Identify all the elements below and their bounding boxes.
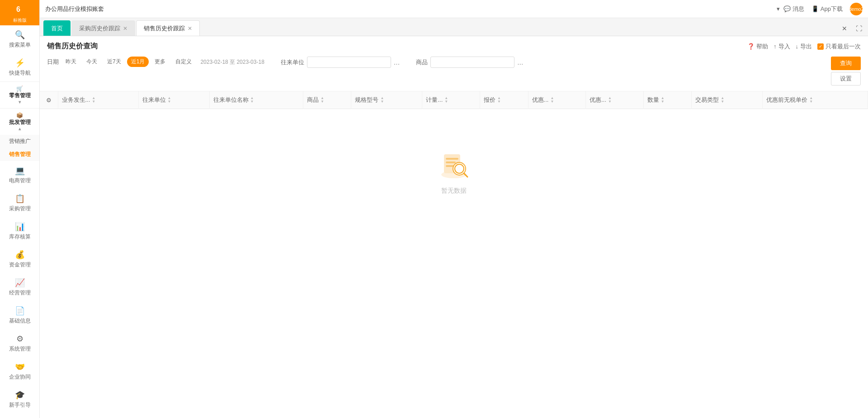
product-filter-group: 商品 ... bbox=[416, 57, 523, 68]
only-last-checkbox[interactable]: ✓ 只看最后一次 bbox=[817, 43, 861, 51]
table-col-trade-type[interactable]: 交易类型 ▲▼ bbox=[692, 91, 763, 109]
message-button[interactable]: 💬 消息 bbox=[783, 5, 804, 13]
tab-close-purchase[interactable]: ✕ bbox=[123, 26, 127, 31]
product-dots[interactable]: ... bbox=[517, 58, 523, 66]
date-label: 日期 bbox=[47, 58, 59, 66]
sidebar-item-label: 零售管理 bbox=[9, 92, 31, 100]
user-avatar[interactable]: demo2 bbox=[850, 3, 863, 15]
sidebar-item-label: 新手引导 bbox=[9, 401, 31, 409]
sort-icons: ▲▼ bbox=[321, 96, 324, 104]
sidebar: 6 标推版 🔍 搜索菜单 ⚡ 快捷导航 🛒 零售管理 ▾ 📦 批发管理 ▴ 营销… bbox=[0, 0, 40, 418]
new-guide-icon: 🎓 bbox=[15, 390, 25, 400]
sidebar-item-operation-mgmt[interactable]: 📈 经营管理 bbox=[0, 273, 40, 301]
help-button[interactable]: ❓ 帮助 bbox=[747, 43, 768, 51]
date-filter-group: 日期 昨天 今天 近7天 近1月 更多 自定义 2023-02-18 至 202… bbox=[47, 57, 264, 67]
product-input[interactable] bbox=[430, 57, 514, 68]
sort-icons: ▲▼ bbox=[168, 96, 171, 104]
table-col-partner-name[interactable]: 往来单位名称 ▲▼ bbox=[209, 91, 303, 109]
sidebar-item-sales-mgmt[interactable]: 销售管理 bbox=[0, 148, 40, 161]
sidebar-item-label: 批发管理 bbox=[9, 119, 31, 126]
sidebar-item-marketing[interactable]: 营销推广 bbox=[0, 135, 40, 148]
query-button[interactable]: 查询 bbox=[831, 57, 861, 70]
date-btn-more[interactable]: 更多 bbox=[151, 57, 170, 67]
sidebar-item-label: 系统管理 bbox=[9, 345, 31, 353]
svg-rect-4 bbox=[446, 158, 458, 160]
import-icon: ↑ bbox=[774, 43, 777, 50]
tab-maximize-button[interactable]: ⛶ bbox=[854, 23, 864, 34]
table-col-product[interactable]: 商品 ▲▼ bbox=[303, 91, 351, 109]
date-btn-yesterday[interactable]: 昨天 bbox=[61, 57, 80, 67]
tab-label: 首页 bbox=[51, 24, 63, 33]
import-button[interactable]: ↑ 导入 bbox=[774, 43, 790, 51]
sidebar-item-app-center[interactable]: 📱 应用中心 bbox=[0, 413, 40, 418]
sidebar-item-new-guide[interactable]: 🎓 新手引导 bbox=[0, 385, 40, 413]
table-col-pre-tax-price[interactable]: 优惠前无税单价 ▲▼ bbox=[763, 91, 868, 109]
sidebar-item-retail-mgmt[interactable]: 🛒 零售管理 ▾ bbox=[0, 81, 40, 108]
tab-purchase-history[interactable]: 采购历史价跟踪 ✕ bbox=[71, 20, 135, 36]
sidebar-item-finance-mgmt[interactable]: 💰 资金管理 bbox=[0, 245, 40, 273]
sort-icons: ▲▼ bbox=[250, 96, 254, 104]
inventory-icon: 📊 bbox=[15, 222, 25, 232]
retail-icon: 🛒 bbox=[16, 86, 23, 92]
sidebar-item-ecom-mgmt[interactable]: 💻 电商管理 bbox=[0, 161, 40, 189]
table-col-discount2[interactable]: 优惠... ▲▼ bbox=[586, 91, 644, 109]
tab-close-sales[interactable]: ✕ bbox=[188, 26, 192, 31]
table-col-partner-code[interactable]: 往来单位 ▲▼ bbox=[138, 91, 209, 109]
export-icon: ↓ bbox=[796, 43, 799, 50]
table-col-quantity[interactable]: 数量 ▲▼ bbox=[643, 91, 692, 109]
product-label: 商品 bbox=[416, 58, 428, 66]
sidebar-item-inventory[interactable]: 📊 库存核算 bbox=[0, 217, 40, 245]
sort-icons: ▲▼ bbox=[661, 96, 665, 104]
message-icon: 💬 bbox=[783, 5, 791, 12]
sidebar-item-purchase-mgmt[interactable]: 📋 采购管理 bbox=[0, 189, 40, 217]
svg-rect-5 bbox=[446, 162, 456, 163]
filter-bar: 日期 昨天 今天 近7天 近1月 更多 自定义 2023-02-18 至 202… bbox=[40, 51, 868, 91]
settings-button[interactable]: 设置 bbox=[831, 72, 861, 86]
date-buttons: 昨天 今天 近7天 近1月 更多 自定义 bbox=[61, 57, 196, 67]
sidebar-item-sys-mgmt[interactable]: ⚙ 系统管理 bbox=[0, 329, 40, 357]
table-col-discount1[interactable]: 优惠... ▲▼ bbox=[528, 91, 586, 109]
partner-filter-group: 往来单位 ... bbox=[281, 57, 400, 68]
topbar: 办公用品行业模拟账套 ▾ 💬 消息 📱 App下载 demo2 bbox=[40, 0, 868, 18]
tab-controls: ✕ ⛶ bbox=[839, 23, 864, 36]
sidebar-item-quick-nav[interactable]: ⚡ 快捷导航 bbox=[0, 53, 40, 81]
table-col-spec[interactable]: 规格型号 ▲▼ bbox=[351, 91, 422, 109]
app-download-button[interactable]: 📱 App下载 bbox=[811, 5, 843, 13]
tab-close-all-button[interactable]: ✕ bbox=[839, 23, 850, 34]
table-col-biz-date[interactable]: 业务发生... ▲▼ bbox=[58, 91, 138, 109]
date-btn-custom[interactable]: 自定义 bbox=[171, 57, 196, 67]
topbar-dropdown-icon[interactable]: ▾ bbox=[777, 5, 780, 12]
partner-input[interactable] bbox=[307, 57, 391, 68]
table-container: ⚙ 业务发生... ▲▼ 往来单位 ▲▼ bbox=[40, 91, 868, 418]
app-logo[interactable]: 6 标推版 bbox=[0, 0, 40, 25]
date-range-display: 2023-02-18 至 2023-03-18 bbox=[200, 58, 264, 66]
page-header: 销售历史价查询 ❓ 帮助 ↑ 导入 ↓ 导出 ✓ 只看最后一次 bbox=[40, 36, 868, 51]
date-btn-today[interactable]: 今天 bbox=[82, 57, 101, 67]
date-btn-last7[interactable]: 近7天 bbox=[103, 57, 125, 67]
sidebar-item-label: 营销推广 bbox=[9, 138, 31, 145]
empty-icon bbox=[436, 145, 472, 181]
sort-icons: ▲▼ bbox=[550, 96, 554, 104]
sidebar-item-enterprise-coop[interactable]: 🤝 企业协同 bbox=[0, 357, 40, 385]
basic-info-icon: 📄 bbox=[15, 306, 25, 316]
tab-home[interactable]: 首页 bbox=[43, 20, 71, 36]
sort-icons: ▲▼ bbox=[444, 96, 448, 104]
partner-label: 往来单位 bbox=[281, 58, 304, 66]
table-col-unit[interactable]: 计量... ▲▼ bbox=[422, 91, 480, 109]
sidebar-item-label: 库存核算 bbox=[9, 233, 31, 241]
tab-label: 销售历史价跟踪 bbox=[144, 24, 185, 33]
logo-text: 标推版 bbox=[13, 17, 27, 24]
download-icon: 📱 bbox=[811, 5, 819, 12]
sidebar-item-search-menu[interactable]: 🔍 搜索菜单 bbox=[0, 25, 40, 53]
tab-sales-history[interactable]: 销售历史价跟踪 ✕ bbox=[136, 20, 200, 36]
partner-dots[interactable]: ... bbox=[394, 58, 400, 66]
table-col-quoted-price[interactable]: 报价 ▲▼ bbox=[480, 91, 528, 109]
table-col-settings[interactable]: ⚙ bbox=[40, 91, 58, 109]
finance-icon: 💰 bbox=[15, 250, 25, 260]
export-button[interactable]: ↓ 导出 bbox=[796, 43, 812, 51]
sidebar-item-wholesale-mgmt[interactable]: 📦 批发管理 ▴ bbox=[0, 108, 40, 135]
sidebar-item-basic-info[interactable]: 📄 基础信息 bbox=[0, 301, 40, 329]
sidebar-item-label: 企业协同 bbox=[9, 373, 31, 381]
sidebar-item-label: 快捷导航 bbox=[9, 69, 31, 77]
date-btn-last1m[interactable]: 近1月 bbox=[127, 57, 149, 67]
